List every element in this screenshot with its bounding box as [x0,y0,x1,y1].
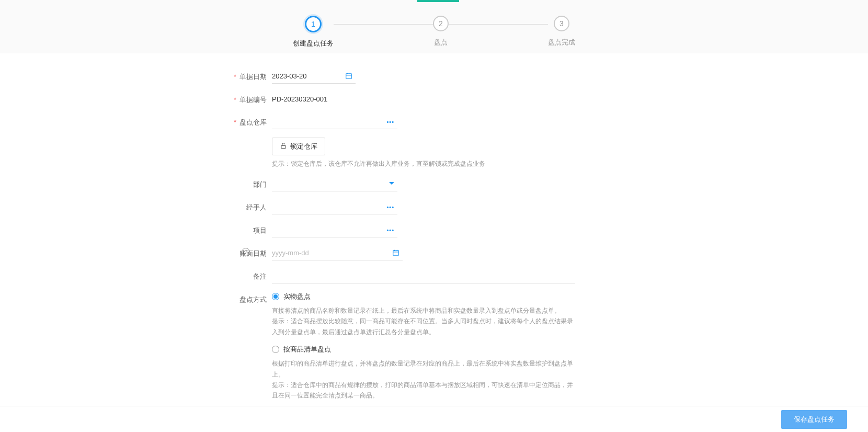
step-3-label: 盘点完成 [548,38,575,47]
radio-list-desc2: 提示：适合仓库中的商品有规律的摆放，打印的商品清单基本与摆放区域相同，可快速在清… [272,381,573,399]
radio-list-desc: 根据打印的商品清单进行盘点，并将盘点的数量记录在对应的商品上，最后在系统中将实盘… [272,358,575,401]
step-1-label: 创建盘点任务 [293,39,334,48]
calendar-icon[interactable] [392,249,399,258]
svg-rect-0 [346,74,352,78]
step-2-circle: 2 [433,16,449,31]
lock-button-label: 锁定仓库 [290,142,317,151]
radio-physical-desc2: 提示：适合商品摆放比较随意，同一商品可能存在不同位置。当多人同时盘点时，建议将每… [272,317,573,335]
department-label: 部门 [0,177,272,189]
form-area: 单据日期 单据编号 PD-20230320-001 盘点仓库 ••• 锁定仓 [0,53,868,432]
radio-physical-desc: 直接将清点的商品名称和数量记录在纸上，最后在系统中将商品和实盘数量录入到盘点单或… [272,305,575,337]
svg-rect-5 [393,251,399,255]
calendar-icon[interactable] [345,72,352,81]
handler-input[interactable] [272,200,397,214]
lock-icon [280,142,287,151]
warehouse-label: 盘点仓库 [0,115,272,127]
warehouse-input[interactable] [272,115,397,129]
save-button[interactable]: 保存盘点任务 [781,410,847,429]
radio-physical-desc1: 直接将清点的商品名称和数量记录在纸上，最后在系统中将商品和实盘数量录入到盘点单或… [272,307,561,314]
chevron-down-icon[interactable] [389,182,394,185]
handler-label: 经手人 [0,200,272,212]
book-date-label: ? 账面日期 [0,246,272,258]
doc-date-label: 单据日期 [0,69,272,82]
radio-list-circle[interactable] [272,346,279,353]
doc-no-value: PD-20230320-001 [272,92,327,106]
doc-no-label: 单据编号 [0,92,272,105]
step-1-circle: 1 [305,16,322,32]
step-3: 3 盘点完成 [548,16,575,47]
radio-list-desc1: 根据打印的商品清单进行盘点，并将盘点的数量记录在对应的商品上，最后在系统中将实盘… [272,360,573,378]
radio-list[interactable]: 按商品清单盘点 [272,345,575,354]
lock-warehouse-button[interactable]: 锁定仓库 [272,138,325,155]
step-1: 1 创建盘点任务 [293,16,334,48]
doc-date-input[interactable] [272,69,356,84]
department-input[interactable] [272,177,397,191]
footer: 保存盘点任务 [0,406,868,432]
more-icon[interactable]: ••• [386,119,394,125]
step-2-label: 盘点 [434,38,448,47]
step-3-circle: 3 [554,16,569,31]
help-icon[interactable]: ? [242,248,250,256]
lock-hint: 提示：锁定仓库后，该仓库不允许再做出入库业务，直至解锁或完成盘点业务 [272,160,485,168]
steps-header: 1 创建盘点任务 2 盘点 3 盘点完成 [0,0,868,53]
project-input[interactable] [272,223,397,237]
more-icon[interactable]: ••• [386,227,394,233]
step-connector-1 [334,24,433,25]
more-icon[interactable]: ••• [386,204,394,210]
remark-input[interactable] [272,269,575,283]
svg-rect-4 [281,145,285,148]
radio-physical-label[interactable]: 实物盘点 [283,292,311,301]
active-tab-indicator [417,0,459,2]
radio-physical-circle[interactable] [272,293,279,300]
step-connector-2 [449,24,548,25]
radio-list-label[interactable]: 按商品清单盘点 [283,345,331,354]
scrollbar[interactable] [862,0,867,403]
step-2: 2 盘点 [433,16,449,47]
radio-physical[interactable]: 实物盘点 [272,292,575,301]
project-label: 项目 [0,223,272,235]
remark-label: 备注 [0,269,272,281]
method-label: 盘点方式 [0,292,272,304]
lock-spacer [0,138,272,141]
book-date-input[interactable] [272,246,403,260]
